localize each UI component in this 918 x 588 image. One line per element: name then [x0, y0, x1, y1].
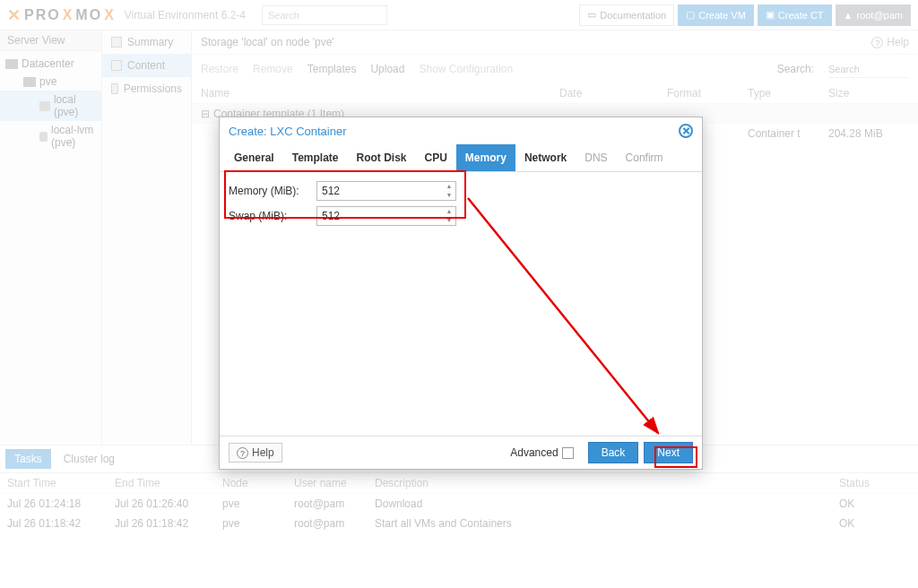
tree-storage-local[interactable]: local (pve): [0, 91, 101, 121]
server-icon: [23, 77, 36, 87]
col-format[interactable]: Format: [667, 87, 748, 99]
tree-node-label: pve: [39, 75, 56, 88]
storage-icon: [39, 101, 50, 111]
create-ct-label: Create CT: [778, 10, 824, 21]
sn-content[interactable]: Content: [102, 54, 191, 77]
tab-cpu[interactable]: CPU: [416, 144, 456, 171]
datacenter-icon: [5, 59, 18, 69]
col-node[interactable]: Node: [222, 477, 294, 489]
content-title-bar: Storage 'local' on node 'pve' ?Help: [192, 30, 918, 55]
col-name[interactable]: Name: [201, 87, 559, 99]
cube-icon: ▣: [766, 9, 775, 21]
tab-network[interactable]: Network: [515, 144, 576, 171]
task-start: Jul 26 01:24:18: [7, 497, 115, 510]
top-header: ✕ PROXMOX Virtual Environment 6.2-4 Sear…: [0, 0, 918, 30]
advanced-checkbox[interactable]: [562, 447, 574, 459]
col-size[interactable]: Size: [828, 87, 909, 99]
tb-show-config[interactable]: Show Configuration: [419, 63, 513, 75]
content-table-head: Name Date Format Type Size: [192, 83, 918, 104]
tb-templates[interactable]: Templates: [307, 63, 357, 75]
sidebar-title: Server View: [0, 30, 101, 51]
resource-tree: Datacenter pve local (pve) local-lvm (pv…: [0, 51, 101, 155]
task-desc: Download: [375, 497, 839, 510]
tab-general[interactable]: General: [225, 144, 283, 171]
tab-confirm: Confirm: [617, 144, 672, 171]
tab-template[interactable]: Template: [283, 144, 348, 171]
task-table-head: Start Time End Time Node User name Descr…: [0, 473, 918, 494]
tree-node-pve[interactable]: pve: [0, 73, 101, 91]
content-toolbar: Restore Remove Templates Upload Show Con…: [192, 55, 918, 83]
wizard-footer: ?Help Advanced Back Next: [220, 436, 702, 469]
task-start: Jul 26 01:18:42: [7, 517, 115, 530]
col-status[interactable]: Status: [839, 477, 911, 489]
close-icon[interactable]: [679, 124, 693, 138]
sn-permissions[interactable]: Permissions: [102, 77, 191, 100]
modal-title: Create: LXC Container: [229, 125, 347, 138]
sub-nav: Summary Content Permissions: [102, 30, 192, 445]
help-icon: ?: [871, 37, 883, 48]
wizard-tabs: General Template Root Disk CPU Memory Ne…: [220, 144, 702, 172]
tab-root-disk[interactable]: Root Disk: [348, 144, 416, 171]
sn-content-label: Content: [127, 59, 165, 72]
tab-memory[interactable]: Memory: [456, 144, 515, 171]
row-size: 204.28 MiB: [828, 127, 909, 140]
task-status: OK: [839, 497, 911, 510]
task-end: Jul 26 01:18:42: [115, 517, 222, 530]
annotation-highlight-next: [654, 446, 697, 468]
user-icon: ▲: [844, 10, 853, 21]
user-label: root@pam: [856, 10, 903, 21]
logo-icon: ✕: [7, 5, 22, 25]
logo-text-pre: PRO: [24, 7, 61, 23]
version-text: Virtual Environment 6.2-4: [125, 9, 246, 22]
back-button[interactable]: Back: [588, 442, 639, 463]
col-description[interactable]: Description: [375, 477, 839, 489]
advanced-label: Advanced: [510, 446, 558, 459]
help-button[interactable]: ?Help: [229, 443, 282, 463]
sn-permissions-label: Permissions: [124, 82, 182, 95]
tb-restore[interactable]: Restore: [201, 63, 238, 75]
tree-datacenter[interactable]: Datacenter: [0, 55, 101, 73]
tb-upload[interactable]: Upload: [370, 63, 404, 75]
annotation-highlight-fields: [224, 170, 466, 219]
task-row[interactable]: Jul 26 01:24:18 Jul 26 01:26:40 pve root…: [0, 494, 918, 514]
summary-icon: [111, 37, 122, 48]
task-user: root@pam: [294, 517, 375, 530]
col-date[interactable]: Date: [559, 87, 667, 99]
sn-summary[interactable]: Summary: [102, 30, 191, 54]
tab-dns: DNS: [576, 144, 616, 171]
task-status: OK: [839, 517, 911, 530]
expand-icon: ⊟: [201, 108, 210, 120]
logo-text-x2: X: [104, 7, 114, 23]
task-row[interactable]: Jul 26 01:18:42 Jul 26 01:18:42 pve root…: [0, 514, 918, 533]
help-icon: ?: [237, 447, 248, 459]
documentation-button[interactable]: ▭Documentation: [579, 4, 674, 26]
col-user[interactable]: User name: [294, 477, 375, 489]
tree-datacenter-label: Datacenter: [22, 57, 74, 70]
tab-tasks[interactable]: Tasks: [5, 449, 51, 469]
col-end-time[interactable]: End Time: [115, 477, 222, 489]
documentation-label: Documentation: [600, 10, 666, 21]
content-title: Storage 'local' on node 'pve': [201, 36, 334, 48]
tree-storage-local-label: local (pve): [54, 93, 96, 118]
user-menu-button[interactable]: ▲root@pam: [836, 4, 911, 26]
create-ct-button[interactable]: ▣Create CT: [758, 4, 832, 26]
content-icon: [111, 60, 122, 71]
content-search-input[interactable]: [828, 60, 909, 78]
server-view-sidebar: Server View Datacenter pve local (pve) l…: [0, 30, 102, 445]
global-search-input[interactable]: Search: [262, 5, 387, 25]
content-help-button[interactable]: ?Help: [871, 36, 909, 48]
tab-cluster-log[interactable]: Cluster log: [55, 449, 124, 469]
tb-remove[interactable]: Remove: [253, 63, 293, 75]
logo-text-post: MO: [75, 7, 102, 23]
book-icon: ▭: [587, 9, 596, 21]
create-vm-button[interactable]: ▢Create VM: [678, 4, 754, 26]
permissions-icon: [111, 83, 118, 94]
task-end: Jul 26 01:26:40: [115, 497, 222, 510]
col-start-time[interactable]: Start Time: [7, 477, 115, 489]
modal-title-bar: Create: LXC Container: [220, 117, 702, 144]
tree-storage-local-lvm[interactable]: local-lvm (pve): [0, 121, 101, 151]
task-node: pve: [222, 517, 294, 530]
col-type[interactable]: Type: [748, 87, 828, 99]
help-label: Help: [252, 446, 274, 459]
search-label: Search:: [777, 63, 814, 75]
